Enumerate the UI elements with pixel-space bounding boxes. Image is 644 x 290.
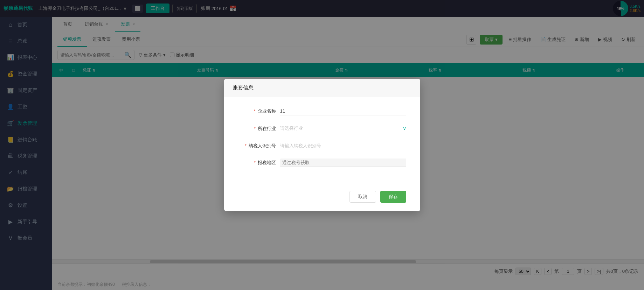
industry-select[interactable]: 请选择行业 ∨ — [280, 124, 406, 133]
modal-footer: 取消 保存 — [224, 185, 420, 211]
company-name-label: * 企业名称 — [238, 108, 280, 114]
modal-title: 账套信息 — [233, 85, 254, 90]
account-info-modal: 账套信息 * 企业名称 * 所在行业 请选择行业 ∨ — [224, 79, 420, 211]
tax-id-label: * 纳税人识别号 — [238, 143, 280, 149]
form-row-tax-region: * 报税地区 — [238, 159, 406, 167]
modal-body: * 企业名称 * 所在行业 请选择行业 ∨ * 纳 — [224, 97, 420, 185]
form-row-tax-id: * 纳税人识别号 — [238, 142, 406, 150]
industry-label: * 所在行业 — [238, 126, 280, 132]
tax-region-label: * 报税地区 — [238, 160, 280, 166]
save-button[interactable]: 保存 — [380, 191, 406, 203]
company-name-input[interactable] — [280, 107, 406, 115]
form-row-industry: * 所在行业 请选择行业 ∨ — [238, 124, 406, 133]
industry-dropdown-icon: ∨ — [403, 126, 406, 131]
tax-id-input[interactable] — [280, 142, 406, 150]
industry-placeholder: 请选择行业 — [280, 125, 403, 131]
cancel-button[interactable]: 取消 — [349, 191, 376, 203]
modal-overlay[interactable]: 账套信息 * 企业名称 * 所在行业 请选择行业 ∨ — [0, 0, 644, 290]
tax-region-input — [280, 159, 406, 167]
modal-header: 账套信息 — [224, 79, 420, 97]
form-row-company: * 企业名称 — [238, 107, 406, 115]
